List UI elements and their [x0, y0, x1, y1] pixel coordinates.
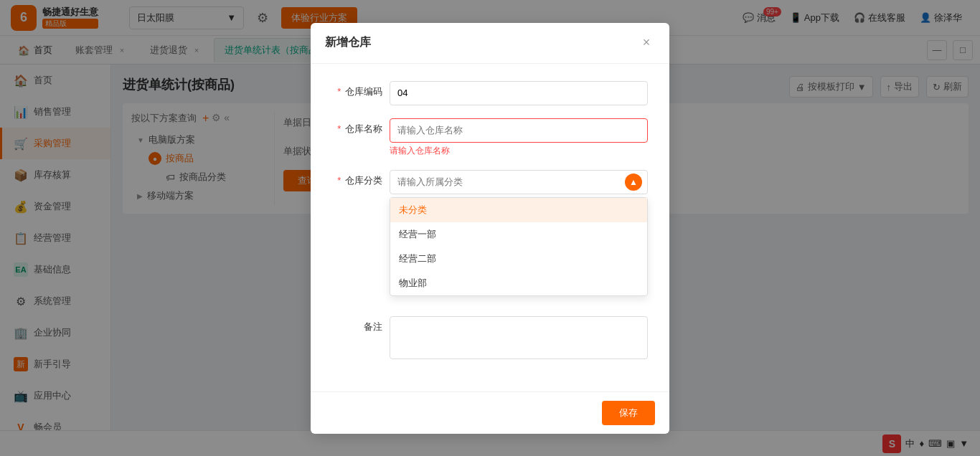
- code-control: [390, 81, 648, 105]
- save-button[interactable]: 保存: [602, 401, 655, 425]
- note-label: 备注: [332, 316, 390, 333]
- dialog-body: * 仓库编码 * 仓库名称 请输入仓库名称: [311, 64, 669, 391]
- dialog-overlay[interactable]: 新增仓库 × * 仓库编码 * 仓库名称: [0, 0, 980, 456]
- dropdown-item-dept2[interactable]: 经营二部: [390, 247, 647, 271]
- name-input[interactable]: [390, 118, 648, 143]
- note-control: [390, 316, 648, 361]
- category-input[interactable]: [390, 170, 648, 194]
- category-arrow-icon[interactable]: ▲: [625, 174, 642, 191]
- dialog-header: 新增仓库 ×: [311, 23, 669, 64]
- name-error-text: 请输入仓库名称: [390, 145, 648, 157]
- name-control: 请输入仓库名称: [390, 118, 648, 157]
- name-label: * 仓库名称: [332, 118, 390, 136]
- dropdown-item-dept3[interactable]: 物业部: [390, 271, 647, 295]
- dialog-title: 新增仓库: [325, 35, 371, 50]
- form-row-category: * 仓库分类 ▲ 未分类 经营一部 经营二部 物业部: [332, 170, 648, 194]
- form-row-code: * 仓库编码: [332, 81, 648, 105]
- dropdown-item-dept1[interactable]: 经营一部: [390, 222, 647, 247]
- category-dropdown: 未分类 经营一部 经营二部 物业部: [390, 197, 648, 296]
- note-textarea[interactable]: [390, 316, 648, 359]
- form-row-name: * 仓库名称 请输入仓库名称: [332, 118, 648, 157]
- dialog-footer: 保存: [311, 391, 669, 434]
- code-input[interactable]: [390, 81, 648, 105]
- new-warehouse-dialog: 新增仓库 × * 仓库编码 * 仓库名称: [311, 23, 669, 434]
- dropdown-item-none[interactable]: 未分类: [390, 198, 647, 222]
- category-control: ▲ 未分类 经营一部 经营二部 物业部: [390, 170, 648, 194]
- category-label: * 仓库分类: [332, 170, 390, 187]
- code-label: * 仓库编码: [332, 81, 390, 98]
- form-row-note: 备注: [332, 316, 648, 361]
- category-select-wrap: ▲: [390, 170, 648, 194]
- dialog-close-button[interactable]: ×: [638, 34, 655, 52]
